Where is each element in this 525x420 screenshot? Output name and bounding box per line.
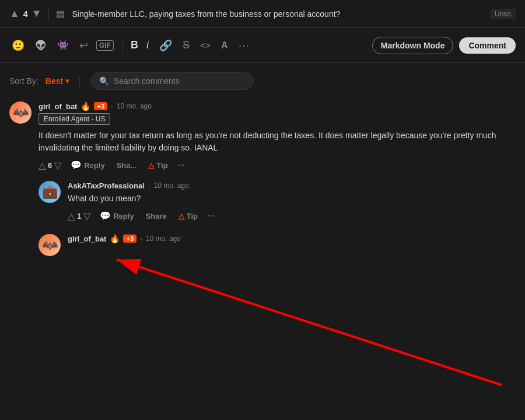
flair-tag: Enrolled Agent - US bbox=[38, 113, 110, 125]
sort-by-control[interactable]: Sort By: Best ▾ bbox=[9, 76, 69, 86]
comment-text: It doesn't matter for your tax return as… bbox=[38, 130, 516, 154]
tip-icon: △ bbox=[148, 161, 154, 170]
third-comment-item: 🦇 girl_of_bat 🔥 +3 · 10 mo. ago bbox=[38, 234, 516, 256]
emoji-icon[interactable]: 🙂 bbox=[9, 37, 27, 54]
search-box[interactable]: 🔍 bbox=[90, 72, 254, 90]
tip-label: Tip bbox=[156, 161, 167, 170]
upvote-arrow-icon[interactable]: △ bbox=[38, 160, 46, 171]
sort-by-value: Best bbox=[46, 76, 63, 86]
flair-icon: 🔥 bbox=[110, 234, 120, 243]
username[interactable]: AskATaxProfessional bbox=[68, 181, 145, 190]
sort-by-label: Sort By: bbox=[9, 76, 38, 86]
vote-controls: ▲ 4 ▼ bbox=[9, 8, 41, 20]
comment-actions: △ 1 ▽ 💬 Reply Share △ T bbox=[68, 209, 516, 222]
flair-icon: 🔥 bbox=[80, 102, 90, 111]
reply-button[interactable]: 💬 Reply bbox=[68, 159, 107, 172]
post-icon: ▤ bbox=[56, 8, 65, 19]
editor-toolbar: 🙂 👽 👾 ↩ GIF B i 🔗 S <> A ··· Markdown Mo… bbox=[0, 28, 525, 63]
reply-icon: 💬 bbox=[71, 160, 82, 170]
vote-count: 4 bbox=[23, 9, 28, 19]
more-options-icon[interactable]: ··· bbox=[236, 36, 253, 54]
share-button[interactable]: Share bbox=[144, 211, 169, 222]
undo-icon[interactable]: ↩ bbox=[77, 37, 90, 54]
comment-body: AskATaxProfessional · 10 mo. ago What do… bbox=[68, 181, 516, 222]
share-label: Sha... bbox=[117, 161, 137, 170]
karma-badge: +3 bbox=[123, 235, 136, 243]
tip-button[interactable]: △ Tip bbox=[146, 160, 170, 171]
tip-button[interactable]: △ Tip bbox=[176, 211, 200, 222]
downvote-arrow-icon[interactable]: ▽ bbox=[54, 160, 61, 171]
search-icon: 🔍 bbox=[99, 76, 109, 86]
unsolved-badge: Unso bbox=[490, 9, 516, 19]
search-input[interactable] bbox=[114, 76, 245, 86]
downvote-arrow-icon[interactable]: ▽ bbox=[83, 211, 90, 222]
upvote-count: 1 bbox=[77, 212, 81, 220]
reply-label: Reply bbox=[84, 161, 104, 170]
toolbar-divider bbox=[122, 38, 123, 52]
sort-chevron-icon: ▾ bbox=[65, 77, 69, 85]
comment-meta: girl_of_bat 🔥 +3 · 10 mo. ago bbox=[68, 234, 516, 243]
strikethrough-icon[interactable]: S bbox=[180, 37, 192, 54]
comment-item: 🦇 girl_of_bat 🔥 +3 · 10 mo. ago Enrolled… bbox=[9, 102, 516, 268]
avatar: 🦇 bbox=[38, 234, 61, 256]
upvote-control: △ 1 ▽ bbox=[68, 211, 90, 222]
username[interactable]: girl_of_bat bbox=[38, 102, 77, 111]
reply-label: Reply bbox=[113, 212, 134, 220]
reply-icon: 💬 bbox=[100, 211, 111, 221]
comment-text: What do you mean? bbox=[68, 192, 516, 205]
italic-button[interactable]: i bbox=[146, 39, 149, 51]
comment-meta: girl_of_bat 🔥 +3 · 10 mo. ago bbox=[38, 102, 516, 111]
tip-icon: △ bbox=[178, 212, 184, 220]
share-label: Share bbox=[146, 212, 167, 220]
format-icon[interactable]: A bbox=[219, 38, 230, 53]
tip-label: Tip bbox=[187, 212, 198, 220]
comment-button[interactable]: Comment bbox=[459, 37, 516, 54]
upvote-count: 6 bbox=[48, 161, 52, 170]
gif-icon[interactable]: GIF bbox=[96, 40, 114, 51]
timestamp: 10 mo. ago bbox=[117, 102, 152, 110]
more-options-button[interactable]: ··· bbox=[207, 211, 215, 221]
vote-up-icon[interactable]: ▲ bbox=[9, 8, 20, 20]
more-options-button[interactable]: ··· bbox=[177, 160, 185, 170]
username[interactable]: girl_of_bat bbox=[68, 235, 106, 243]
markdown-mode-button[interactable]: Markdown Mode bbox=[372, 37, 454, 54]
post-title: Single-member LLC, paying taxes from the… bbox=[72, 9, 483, 19]
comments-section: Sort By: Best ▾ | 🔍 🦇 girl_of_bat 🔥 +3 ·… bbox=[0, 63, 525, 289]
comment-body: girl_of_bat 🔥 +3 · 10 mo. ago Enrolled A… bbox=[38, 102, 516, 268]
avatar: 🦇 bbox=[9, 102, 32, 124]
share-button[interactable]: Sha... bbox=[114, 160, 139, 171]
timestamp: 10 mo. ago bbox=[146, 235, 181, 243]
karma-badge: +3 bbox=[94, 102, 107, 110]
top-bar: ▲ 4 ▼ ▤ Single-member LLC, paying taxes … bbox=[0, 0, 525, 28]
comment-meta: AskATaxProfessional · 10 mo. ago bbox=[68, 181, 516, 190]
reply-button[interactable]: 💬 Reply bbox=[97, 209, 136, 222]
code-icon[interactable]: <> bbox=[198, 38, 213, 53]
avatar: 💼 bbox=[38, 181, 61, 203]
upvote-control: △ 6 ▽ bbox=[38, 160, 61, 171]
comment-actions: △ 6 ▽ 💬 Reply Sha... △ Tip ··· bbox=[38, 159, 516, 172]
nested-comment-item: 💼 AskATaxProfessional · 10 mo. ago What … bbox=[38, 181, 516, 222]
timestamp: 10 mo. ago bbox=[154, 181, 189, 190]
link-icon[interactable]: 🔗 bbox=[157, 37, 174, 54]
bold-button[interactable]: B bbox=[131, 39, 138, 51]
reddit-face-icon[interactable]: 👽 bbox=[33, 37, 49, 53]
alien-icon[interactable]: 👾 bbox=[55, 37, 71, 53]
comment-body: girl_of_bat 🔥 +3 · 10 mo. ago bbox=[68, 234, 516, 256]
upvote-arrow-icon[interactable]: △ bbox=[68, 211, 75, 222]
separator: | bbox=[78, 75, 81, 88]
vote-down-icon[interactable]: ▼ bbox=[32, 8, 42, 20]
sort-search-bar: Sort By: Best ▾ | 🔍 bbox=[9, 72, 516, 90]
divider bbox=[48, 7, 49, 21]
